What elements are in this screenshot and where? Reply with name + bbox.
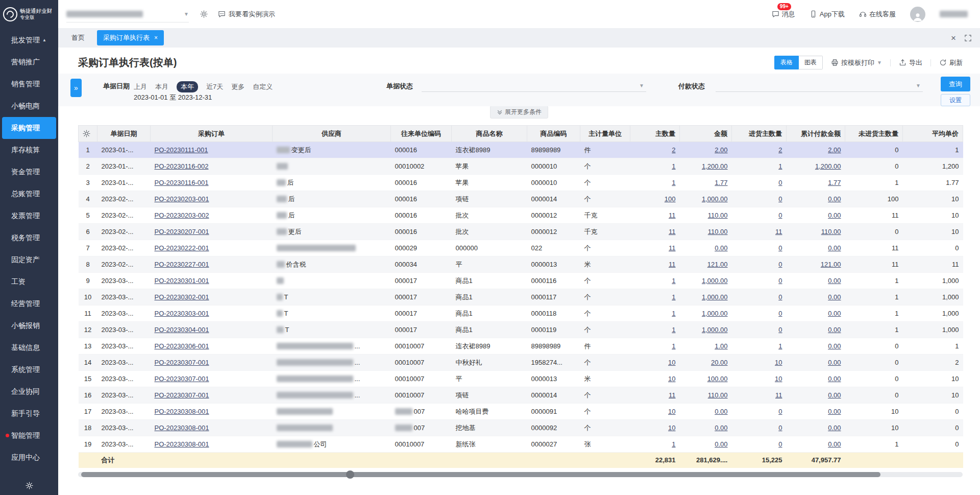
po-link[interactable]: PO-20230307-001: [155, 375, 209, 383]
in-qty-link[interactable]: 11: [775, 228, 782, 235]
in-qty-link[interactable]: 10: [775, 375, 782, 383]
amount-link[interactable]: 100.00: [707, 375, 728, 383]
column-header[interactable]: 供应商: [273, 126, 391, 142]
amount-link[interactable]: 121.00: [707, 261, 728, 268]
in-qty-link[interactable]: 10: [775, 359, 782, 366]
company-selector[interactable]: ▼: [66, 6, 189, 22]
column-header[interactable]: 进货主数量: [732, 126, 787, 142]
messages-button[interactable]: 99+ 消息: [772, 10, 795, 19]
online-service-button[interactable]: 在线客服: [859, 10, 896, 19]
paid-link[interactable]: 0.00: [828, 375, 841, 383]
date-option[interactable]: 本年: [177, 81, 198, 92]
table-row[interactable]: 102023-03-...PO-20230302-001T000017商品100…: [79, 289, 963, 305]
in-qty-link[interactable]: 0: [778, 326, 782, 334]
date-range-value[interactable]: 2023-01-01 至 2023-12-31: [134, 93, 212, 102]
table-row[interactable]: 12023-01-...PO-20230111-001变更后000016连衣裙8…: [79, 142, 963, 158]
qty-link[interactable]: 1: [672, 162, 675, 170]
qty-link[interactable]: 10: [668, 424, 675, 432]
in-qty-link[interactable]: 0: [778, 244, 782, 252]
tab-close-icon[interactable]: ×: [154, 35, 158, 41]
print-by-template-button[interactable]: 按模板打印 ▼: [831, 58, 882, 67]
table-row[interactable]: 42023-02-...PO-20230203-001后000016项链0000…: [79, 191, 963, 207]
sidebar-item-operations[interactable]: 经营管理: [0, 293, 58, 315]
amount-link[interactable]: 0.00: [715, 440, 727, 448]
in-qty-link[interactable]: 0: [778, 440, 782, 448]
po-link[interactable]: PO-20230207-001: [155, 228, 209, 235]
amount-link[interactable]: 1.00: [715, 342, 727, 350]
amount-link[interactable]: 1,000.00: [702, 326, 728, 334]
po-link[interactable]: PO-20230308-001: [155, 408, 209, 415]
column-header[interactable]: 主数量: [630, 126, 680, 142]
table-row[interactable]: 92023-03-...PO-20230301-001000017商品10000…: [79, 273, 963, 289]
qty-link[interactable]: 1: [672, 342, 675, 350]
refresh-button[interactable]: 刷新: [939, 58, 963, 67]
table-row[interactable]: 22023-01-...PO-20230116-00200010002苹果000…: [79, 158, 963, 175]
amount-link[interactable]: 1,000.00: [702, 293, 728, 301]
table-row[interactable]: 62023-02-...PO-20230207-001更后000016批次000…: [79, 224, 963, 240]
amount-link[interactable]: 0.00: [715, 244, 727, 252]
qty-link[interactable]: 1: [672, 179, 675, 186]
amount-link[interactable]: 1,000.00: [702, 277, 728, 285]
qty-link[interactable]: 1: [672, 326, 675, 334]
amount-link[interactable]: 0.00: [715, 424, 727, 432]
sidebar-item-payroll[interactable]: 工资: [0, 271, 58, 293]
paid-link[interactable]: 0.00: [828, 293, 841, 301]
po-link[interactable]: PO-20230307-001: [155, 391, 209, 399]
amount-link[interactable]: 20.00: [711, 359, 728, 366]
column-header[interactable]: 商品名称: [452, 126, 527, 142]
sidebar-item-guide[interactable]: 新手引导: [0, 403, 58, 425]
in-qty-link[interactable]: 0: [778, 277, 782, 285]
table-row[interactable]: 122023-03-...PO-20230304-001T000017商品100…: [79, 322, 963, 338]
tab-purchase-order-report[interactable]: 采购订单执行表 ×: [97, 30, 164, 45]
po-link[interactable]: PO-20230203-001: [155, 195, 209, 203]
po-link[interactable]: PO-20230116-001: [155, 179, 209, 186]
sidebar-item-wholesale[interactable]: 批发管理▲: [0, 29, 58, 51]
po-link[interactable]: PO-20230308-001: [155, 424, 209, 432]
sidebar-item-purchase[interactable]: 采购管理: [2, 117, 56, 139]
amount-link[interactable]: 1,200.00: [702, 162, 728, 170]
column-header[interactable]: 累计付款金额: [787, 126, 845, 142]
topbar-settings-button[interactable]: [200, 10, 208, 18]
paid-link[interactable]: 1,200.00: [815, 162, 841, 170]
table-row[interactable]: 172023-03-...PO-20230308-001007哈哈项目费0000…: [79, 404, 963, 420]
sidebar-item-collaboration[interactable]: 企业协同: [0, 381, 58, 403]
po-link[interactable]: PO-20230111-001: [155, 146, 208, 154]
qty-link[interactable]: 1: [672, 293, 675, 301]
amount-link[interactable]: 1,000.00: [702, 310, 728, 317]
sidebar-item-invoice[interactable]: 发票管理: [0, 205, 58, 227]
po-link[interactable]: PO-20230308-001: [155, 440, 209, 448]
in-qty-link[interactable]: 2: [778, 146, 782, 154]
paid-link[interactable]: 0.00: [828, 195, 841, 203]
table-row[interactable]: 162023-03-...PO-20230307-001...00010007项…: [79, 387, 963, 404]
date-option[interactable]: 本月: [155, 82, 168, 91]
po-link[interactable]: PO-20230116-002: [155, 162, 209, 170]
po-link[interactable]: PO-20230222-001: [155, 244, 209, 252]
qty-link[interactable]: 11: [669, 228, 676, 235]
qty-link[interactable]: 10: [668, 375, 675, 383]
column-header[interactable]: 单据日期: [97, 126, 151, 142]
sidebar-item-marketing[interactable]: 营销推广: [0, 51, 58, 73]
sidebar-item-ecommerce[interactable]: 小畅电商: [0, 95, 58, 117]
column-header[interactable]: 采购订单: [151, 126, 273, 142]
tab-home[interactable]: 首页: [66, 31, 90, 45]
amount-link[interactable]: 110.00: [708, 211, 728, 219]
po-link[interactable]: PO-20230307-001: [155, 359, 209, 366]
amount-link[interactable]: 2.00: [715, 146, 727, 154]
in-qty-link[interactable]: 1: [778, 342, 782, 350]
sidebar-item-reimburse[interactable]: 小畅报销: [0, 315, 58, 337]
in-qty-link[interactable]: 0: [778, 408, 782, 415]
sidebar-item-system[interactable]: 系统管理: [0, 359, 58, 381]
view-chart-button[interactable]: 图表: [799, 56, 823, 69]
collapse-filter-button[interactable]: »: [70, 79, 82, 97]
date-option[interactable]: 近7天: [206, 82, 223, 91]
column-header[interactable]: 平均单价: [903, 126, 963, 142]
in-qty-link[interactable]: 0: [778, 261, 782, 268]
paid-link[interactable]: 110.00: [821, 228, 841, 235]
table-row[interactable]: 182023-03-...PO-20230308-001007挖地基000009…: [79, 420, 963, 436]
in-qty-link[interactable]: 0: [778, 310, 782, 317]
in-qty-link[interactable]: 11: [775, 391, 782, 399]
search-button[interactable]: 查询: [941, 77, 970, 91]
sidebar-item-sales[interactable]: 销售管理: [0, 73, 58, 95]
sidebar-item-inventory[interactable]: 库存核算: [0, 139, 58, 161]
paid-link[interactable]: 0.00: [828, 277, 841, 285]
